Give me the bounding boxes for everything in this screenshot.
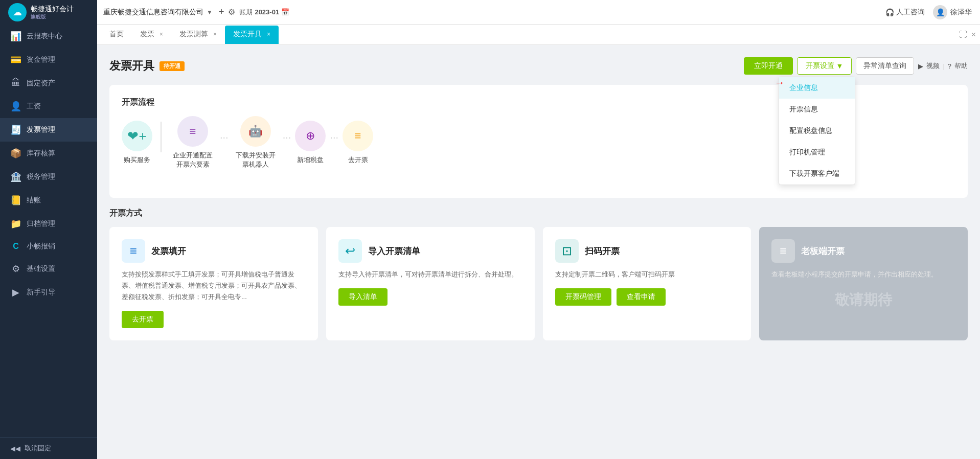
exception-button[interactable]: 异常清单查询 (856, 57, 914, 75)
sidebar-label-funds: 资金管理 (27, 55, 55, 64)
tab-invoice[interactable]: 发票 × (132, 26, 171, 44)
main-layout: 📊 云报表中心 💳 资金管理 🏛 固定资产 👤 工资 🧾 发票管理 (0, 25, 980, 459)
activate-button[interactable]: 立即开通 (744, 57, 793, 75)
sidebar-label-guide: 新手引导 (27, 288, 55, 297)
sidebar-label-xiaochang: 小畅报销 (27, 242, 55, 251)
guide-icon: ▶ (10, 287, 21, 298)
method-fill-title: 发票填开 (151, 245, 186, 257)
company-selector[interactable]: 重庆畅捷交通信息咨询有限公司 ▼ (103, 8, 213, 17)
method-boss-title: 老板端开票 (801, 245, 845, 257)
cancel-fixed-button[interactable]: ◀◀ 取消固定 (0, 438, 97, 459)
tab-bar: 首页 发票 × 发票测算 × 发票开具 × ⛶ × (97, 25, 980, 45)
dropdown-item-invoice-info[interactable]: 开票信息 (779, 99, 855, 120)
play-icon: ▶ (918, 62, 923, 70)
dropdown-item-tax-config[interactable]: 配置税盘信息 (779, 120, 855, 142)
help-label: 帮助 (954, 61, 968, 71)
dropdown-item-printer[interactable]: 打印机管理 (779, 142, 855, 163)
scan-view-apply-button[interactable]: 查看申请 (617, 288, 666, 306)
tax-icon: 🏦 (10, 171, 21, 182)
settings-button-label: 开票设置 (806, 61, 834, 71)
sidebar-label-settings: 基础设置 (27, 264, 55, 273)
tab-invoice-issue[interactable]: 发票开具 × (225, 26, 279, 44)
sidebar-item-guide[interactable]: ▶ 新手引导 (0, 281, 97, 304)
consult-label: 人工咨询 (896, 8, 925, 17)
chevron-down-icon: ▼ (207, 9, 213, 16)
dropdown-item-download-client[interactable]: 下载开票客户端 (779, 163, 855, 185)
sidebar-item-cloud-report[interactable]: 📊 云报表中心 (0, 25, 97, 48)
sidebar-item-close[interactable]: 📒 结账 (0, 189, 97, 212)
cancel-fixed-label: 取消固定 (25, 444, 51, 453)
tab-invoice-calc[interactable]: 发票测算 × (171, 26, 225, 44)
method-import-desc: 支持导入待开票清单，可对待开票清单进行拆分、合并处理。 (338, 269, 522, 280)
sidebar-item-invoice[interactable]: 🧾 发票管理 (0, 118, 97, 142)
dropdown-item-company-info[interactable]: 企业信息 (779, 77, 855, 99)
logo-text: 畅捷通好会计 旗舰版 (31, 4, 74, 20)
sidebar-item-stock[interactable]: 📦 库存核算 (0, 142, 97, 165)
method-boss-desc: 查看老板端小程序提交的开票申请，并作出相应的处理。 (771, 269, 955, 280)
logo-icon: ☁ (8, 3, 27, 21)
sidebar-label-archive: 归档管理 (27, 219, 55, 228)
method-import-title: 导入开票清单 (368, 245, 420, 257)
page-title: 发票开具 待开通 (109, 58, 185, 74)
method-import-icon: ↩ (338, 239, 362, 263)
sidebar-item-assets[interactable]: 🏛 固定资产 (0, 72, 97, 95)
consult-area[interactable]: 🎧 人工咨询 (885, 8, 925, 17)
invoice-icon: 🧾 (10, 124, 21, 135)
sidebar-item-funds[interactable]: 💳 资金管理 (0, 48, 97, 72)
fill-go-button[interactable]: 去开票 (122, 311, 164, 328)
logo-sub: 旗舰版 (31, 13, 74, 20)
flow-step-icon-3: 🤖 (240, 116, 271, 147)
method-import-header: ↩ 导入开票清单 (338, 239, 522, 263)
tab-invoice-close[interactable]: × (159, 31, 163, 38)
flow-step-icon-4: ⊕ (295, 121, 326, 151)
user-area[interactable]: 👤 徐泽华 (933, 5, 972, 19)
flow-arrow-2: ··· (279, 131, 295, 143)
method-fill-header: ≡ 发票填开 (122, 239, 306, 263)
settings-icon[interactable]: ⚙ (228, 7, 235, 17)
sidebar-item-archive[interactable]: 📁 归档管理 (0, 212, 97, 236)
calendar-icon[interactable]: 📅 (281, 8, 289, 16)
page-title-text: 发票开具 (109, 58, 154, 74)
content-area: 首页 发票 × 发票测算 × 发票开具 × ⛶ × (97, 25, 980, 459)
method-fill-icon: ≡ (122, 239, 145, 263)
assets-icon: 🏛 (10, 78, 21, 88)
flow-step-4: ⊕ 新增税盘 (295, 121, 326, 165)
sidebar-item-settings[interactable]: ⚙ 基础设置 (0, 257, 97, 281)
tab-invoice-calc-close[interactable]: × (213, 31, 217, 38)
import-list-button[interactable]: 导入清单 (338, 288, 388, 306)
help-divider: | (943, 62, 944, 70)
methods-grid: ≡ 发票填开 支持按照发票样式手工填开发票；可开具增值税电子普通发票、增值税普通… (109, 227, 968, 340)
flow-step-icon-2: ≡ (177, 116, 208, 147)
close-icon: 📒 (10, 195, 21, 206)
period-text: 账期 (239, 8, 253, 17)
sidebar-label-close: 结账 (27, 196, 41, 205)
method-import-actions: 导入清单 (338, 288, 522, 306)
settings-button[interactable]: 开票设置 ▼ (797, 57, 852, 75)
tab-home[interactable]: 首页 (101, 26, 132, 44)
dropdown-menu: 企业信息 开票信息 配置税盘信息 打印机管理 下载开票客户端 (779, 77, 855, 185)
flow-step-3: 🤖 下载并安装开票机器人 (233, 116, 279, 169)
help-area[interactable]: ▶ 视频 | ? 帮助 (918, 61, 968, 71)
archive-icon: 📁 (10, 218, 21, 230)
sidebar-bottom: ◀◀ 取消固定 (0, 437, 97, 459)
tab-maximize-icon[interactable]: ⛶ (959, 30, 967, 39)
flow-step-5: ≡ 去开票 (343, 121, 373, 165)
tab-invoice-issue-close[interactable]: × (267, 31, 270, 38)
salary-icon: 👤 (10, 101, 21, 112)
page-header: 发票开具 待开通 立即开通 开票设置 ▼ 异常清单查询 ▶ 视频 (109, 57, 968, 75)
flow-step-1: ❤+ 购买服务 (122, 121, 152, 165)
sidebar-label-stock: 库存核算 (27, 149, 55, 158)
method-card-import: ↩ 导入开票清单 支持导入待开票清单，可对待开票清单进行拆分、合并处理。 导入清… (326, 227, 535, 340)
flow-arrow-3: ··· (326, 131, 343, 143)
sidebar-item-salary[interactable]: 👤 工资 (0, 95, 97, 118)
tab-close-icon[interactable]: × (971, 30, 976, 39)
top-right: 🎧 人工咨询 👤 徐泽华 (885, 5, 972, 19)
tab-invoice-label: 发票 (140, 30, 154, 39)
sidebar-item-xiaochang[interactable]: C 小畅报销 (0, 236, 97, 257)
method-boss-header: ≡ 老板端开票 (771, 239, 955, 263)
scan-code-manage-button[interactable]: 开票码管理 (555, 288, 611, 306)
top-bar: ☁ 畅捷通好会计 旗舰版 重庆畅捷交通信息咨询有限公司 ▼ + ⚙ 账期 202… (0, 0, 980, 25)
method-boss-icon: ≡ (771, 239, 795, 263)
add-icon[interactable]: + (219, 7, 224, 17)
sidebar-item-tax[interactable]: 🏦 税务管理 (0, 165, 97, 189)
